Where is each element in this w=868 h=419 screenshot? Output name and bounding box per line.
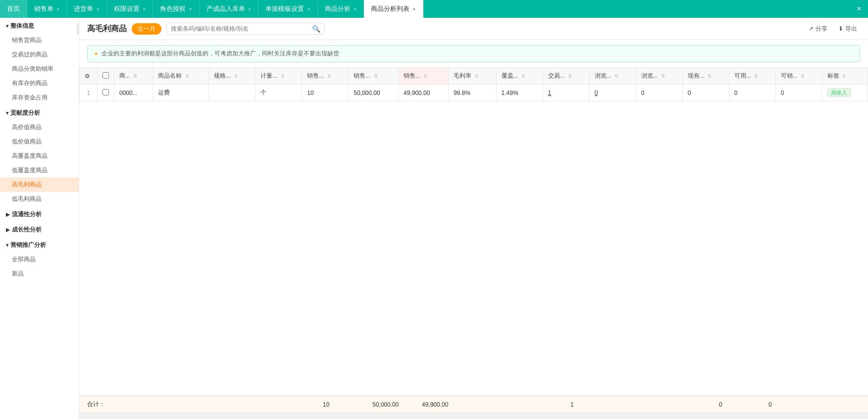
nav-tab-permission-label: 权限设置 <box>114 4 140 13</box>
nav-tab-role[interactable]: 角色授权 × <box>153 0 199 18</box>
sidebar-item-low-value[interactable]: 低价值商品 <box>0 135 79 149</box>
cell-transaction[interactable]: 1 <box>543 85 589 101</box>
sidebar-item-traded-goods[interactable]: 交易过的商品 <box>0 47 79 62</box>
export-label: 导出 <box>845 25 857 33</box>
nav-tab-role-close[interactable]: × <box>189 6 192 12</box>
cell-available-stock: 0 <box>729 85 775 101</box>
col-sales-cost[interactable]: 销售... ⇅ <box>399 68 449 85</box>
nav-tab-template-label: 单据模板设置 <box>265 4 304 13</box>
info-bar: ✦ 企业的主要的利润都是这部分商品创造的，可考虑加大推广，同时关注库存是不要出现… <box>87 45 860 62</box>
sidebar-group-overall[interactable]: ▾ 整体信息 <box>0 18 79 33</box>
share-icon: ↗ <box>809 25 814 32</box>
transaction-link[interactable]: 1 <box>548 90 552 96</box>
col-tag[interactable]: 标签 ⇅ <box>822 68 868 85</box>
col-sales-amt[interactable]: 销售... ⇅ <box>349 68 399 85</box>
sidebar-collapse-button[interactable]: 《 <box>77 23 79 35</box>
cell-name: 运费 <box>153 85 209 101</box>
col-checkbox[interactable] <box>98 68 114 85</box>
nav-tab-template[interactable]: 单据模板设置 × <box>258 0 317 18</box>
nav-tab-product-analysis-close[interactable]: × <box>354 6 357 12</box>
cell-checkbox[interactable] <box>98 85 114 101</box>
footer-sales-cost: 49,900.00 <box>417 401 457 408</box>
nav-tab-product-analysis[interactable]: 商品分析 × <box>318 0 364 18</box>
sidebar-item-low-coverage[interactable]: 低覆盖度商品 <box>0 163 79 178</box>
col-sellable-stock[interactable]: 可销... ⇅ <box>775 68 822 85</box>
col-unit[interactable]: 计量... ⇅ <box>255 68 302 85</box>
col-current-stock[interactable]: 现有... ⇅ <box>682 68 729 85</box>
cell-browse1[interactable]: 0 <box>589 85 636 101</box>
cell-sales-qty: 10 <box>302 85 349 101</box>
collapse-icon: 《 <box>78 25 79 32</box>
content-header: 高毛利商品 近一月 🔍 ↗ 分享 ⬇ 导出 <box>79 18 868 40</box>
col-settings[interactable]: ⚙ <box>80 68 98 85</box>
col-available-stock[interactable]: 可用... ⇅ <box>729 68 775 85</box>
sidebar-group-circulation[interactable]: ▶ 流通性分析 <box>0 206 79 222</box>
col-gross-margin[interactable]: 毛利率 ⇅ <box>448 68 496 85</box>
chevron-down-icon-3: ▾ <box>6 242 8 248</box>
nav-tab-template-close[interactable]: × <box>307 6 310 12</box>
sidebar-item-category-rate[interactable]: 商品分类助销率 <box>0 62 79 76</box>
horizontal-scrollbar[interactable] <box>79 413 868 419</box>
sidebar-item-stock-goods[interactable]: 有库存的商品 <box>0 76 79 91</box>
nav-tab-permission-close[interactable]: × <box>143 6 146 12</box>
nav-tab-inbound[interactable]: 产成品入库单 × <box>200 0 258 18</box>
nav-tab-purchase[interactable]: 进货单 × <box>67 0 106 18</box>
sidebar: 《 ▾ 整体信息 销售货商品 交易过的商品 商品分类助销率 有库存的商品 库存资… <box>0 18 79 419</box>
row-checkbox[interactable] <box>102 89 109 95</box>
sidebar-item-high-value[interactable]: 高价值商品 <box>0 120 79 135</box>
sort-icon-12: ⇅ <box>661 73 665 79</box>
footer-available-stock: 0 <box>764 401 803 408</box>
sort-icon-6: ⇅ <box>374 73 378 79</box>
tag-badge: 高收入 <box>827 89 851 96</box>
search-input[interactable] <box>171 25 312 32</box>
filter-date-button[interactable]: 近一月 <box>132 23 161 35</box>
nav-tab-analysis-list-label: 商品分析列表 <box>371 4 409 13</box>
sidebar-group-contribution[interactable]: ▾ 贡献度分析 <box>0 105 79 120</box>
header-actions: ↗ 分享 ⬇ 导出 <box>806 23 860 35</box>
sidebar-item-high-coverage[interactable]: 高覆盖度商品 <box>0 149 79 163</box>
sort-icon-15: ⇅ <box>801 73 805 79</box>
nav-tab-home[interactable]: 首页 <box>0 0 27 18</box>
nav-tab-purchase-close[interactable]: × <box>96 6 99 12</box>
sort-icon-10: ⇅ <box>568 73 572 79</box>
sidebar-item-low-margin[interactable]: 低毛利商品 <box>0 192 79 206</box>
nav-tab-inbound-close[interactable]: × <box>248 6 251 12</box>
col-name[interactable]: 商品名称 ⇅ <box>153 68 209 85</box>
col-transaction[interactable]: 交易... ⇅ <box>543 68 589 85</box>
col-code[interactable]: 商... ⇅ <box>114 68 153 85</box>
nav-tab-analysis-list[interactable]: 商品分析列表 × <box>364 0 423 18</box>
nav-tab-permission[interactable]: 权限设置 × <box>107 0 153 18</box>
sidebar-group-growth[interactable]: ▶ 成长性分析 <box>0 222 79 237</box>
nav-tab-sales[interactable]: 销售单 × <box>27 0 67 18</box>
export-button[interactable]: ⬇ 导出 <box>835 23 860 35</box>
col-sales-qty[interactable]: 销售... ⇅ <box>302 68 349 85</box>
sidebar-item-stock-capital[interactable]: 库存资金占用 <box>0 91 79 105</box>
sidebar-item-high-margin[interactable]: 高毛利商品 <box>0 178 79 192</box>
export-icon: ⬇ <box>838 25 843 32</box>
nav-tab-analysis-list-close[interactable]: × <box>412 6 415 12</box>
col-browse1[interactable]: 浏览... ⇅ <box>589 68 636 85</box>
sort-icon-8: ⇅ <box>474 73 478 79</box>
nav-tab-sales-close[interactable]: × <box>56 6 59 12</box>
col-coverage[interactable]: 覆盖... ⇅ <box>496 68 543 85</box>
col-browse2[interactable]: 浏览... ⇅ <box>636 68 682 85</box>
cell-unit: 个 <box>255 85 302 101</box>
info-icon: ✦ <box>94 50 99 57</box>
sort-icon-16: ⇅ <box>842 73 846 79</box>
search-icon[interactable]: 🔍 <box>312 25 320 33</box>
table-row: 1 0000... 运费 个 10 50,000.00 49,900.00 99… <box>80 85 868 101</box>
sidebar-item-all-goods[interactable]: 全部商品 <box>0 252 79 267</box>
col-spec[interactable]: 规格... ⇅ <box>209 68 255 85</box>
sidebar-item-sales-goods[interactable]: 销售货商品 <box>0 33 79 47</box>
sidebar-group-marketing[interactable]: ▾ 营销推广分析 <box>0 237 79 252</box>
cell-sales-amt: 50,000.00 <box>349 85 399 101</box>
sort-icon-14: ⇅ <box>754 73 758 79</box>
sort-icon-9: ⇅ <box>521 73 525 79</box>
window-close-button[interactable]: × <box>850 0 868 18</box>
select-all-checkbox[interactable] <box>102 72 109 79</box>
browse1-link[interactable]: 0 <box>595 90 598 96</box>
share-button[interactable]: ↗ 分享 <box>806 23 830 35</box>
table-container: ⚙ 商... ⇅ 商品名称 ⇅ <box>79 67 868 395</box>
sidebar-item-new-goods[interactable]: 新品 <box>0 267 79 281</box>
sort-icon-7: ⇅ <box>423 73 427 79</box>
